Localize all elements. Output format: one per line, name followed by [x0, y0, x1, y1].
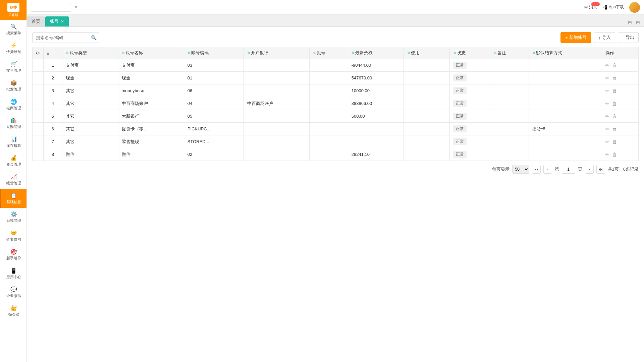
cell-remark: [490, 84, 529, 97]
edit-button[interactable]: ✏: [605, 88, 609, 94]
cell-name: 零售抵现: [118, 135, 184, 148]
cell-action: ✏ 🗑: [602, 84, 638, 97]
tab-account-close[interactable]: ✕: [61, 19, 64, 24]
page-number-input[interactable]: [562, 165, 575, 174]
top-search-input[interactable]: [31, 3, 71, 12]
pagination: 每页显示 50 20 100 ⏮ ‹ 第 页 › ⏭ 共1页，8条记录: [32, 161, 639, 174]
edit-button[interactable]: ✏: [605, 126, 609, 132]
per-page-select[interactable]: 50 20 100: [512, 165, 529, 174]
corp-agreement-icon: 🤝: [10, 230, 17, 236]
delete-button[interactable]: 🗑: [612, 139, 617, 144]
delete-button[interactable]: 🗑: [612, 63, 617, 68]
cell-account: [309, 84, 348, 97]
tab-bar: 首页 账号 ✕ ⊟ ⊞: [27, 15, 644, 27]
delete-button[interactable]: 🗑: [612, 88, 617, 94]
sidebar-item-wholesale[interactable]: 📦 批发管理: [0, 76, 26, 95]
import-button[interactable]: ↑ 导入: [594, 32, 615, 43]
sidebar-item-sys[interactable]: ⚙️ 系统管理: [0, 208, 26, 227]
edit-button[interactable]: ✏: [605, 101, 609, 106]
export-icon: ↓: [622, 35, 625, 40]
prev-page-button[interactable]: ‹: [543, 165, 552, 174]
tab-minimize-button[interactable]: ⊟: [627, 18, 633, 26]
add-account-button[interactable]: + 新增账号: [560, 32, 591, 43]
sidebar-item-corp-agreement[interactable]: 🤝 企业协同: [0, 227, 26, 245]
action-buttons: ✏ 🗑: [605, 101, 635, 106]
col-status[interactable]: ⇅状态: [449, 47, 490, 59]
ecommerce-icon: 🌐: [10, 99, 17, 105]
status-badge: 正常: [453, 100, 467, 107]
cell-remark: [490, 123, 529, 135]
sidebar-item-basic-info[interactable]: 📋 基础信息: [0, 189, 26, 208]
col-account[interactable]: ⇅账号: [309, 47, 348, 59]
account-search-input[interactable]: [32, 32, 99, 43]
sidebar-item-search-menu[interactable]: 🔍 搜索菜单: [0, 20, 26, 39]
delete-button[interactable]: 🗑: [612, 114, 617, 119]
sidebar-item-corp-wechat[interactable]: 💬 企业微信: [0, 283, 26, 302]
cell-remark: [490, 72, 529, 84]
col-bank[interactable]: ⇅开户银行: [244, 47, 309, 59]
dropdown-arrow-icon[interactable]: ▼: [74, 5, 78, 10]
sidebar-item-vip[interactable]: 👑 畅会员: [0, 302, 26, 320]
cell-num: 3: [44, 84, 62, 97]
delete-button[interactable]: 🗑: [612, 75, 617, 81]
sidebar-item-shortcuts[interactable]: ⚡ 快捷导航: [0, 39, 26, 58]
cell-bank: [244, 135, 309, 148]
edit-button[interactable]: ✏: [605, 63, 609, 68]
app-download-button[interactable]: 📲 App下载: [602, 4, 624, 10]
col-code[interactable]: ⇅账号编码: [184, 47, 244, 59]
col-balance[interactable]: ⇅最新余额: [348, 47, 404, 59]
wholesale-icon: 📦: [10, 80, 17, 86]
sidebar-item-label: 企业协同: [6, 237, 21, 242]
edit-button[interactable]: ✏: [605, 139, 609, 144]
cell-action: ✏ 🗑: [602, 148, 638, 161]
sidebar-item-app-center[interactable]: 📱 应用中心: [0, 264, 26, 283]
delete-button[interactable]: 🗑: [612, 152, 617, 157]
col-default-pay[interactable]: ⇅默认结算方式: [529, 47, 602, 59]
sidebar-item-label: 采购管理: [6, 124, 21, 129]
cell-code: 03: [184, 59, 244, 72]
vip-icon: 👑: [10, 305, 17, 311]
status-badge: 正常: [453, 151, 467, 158]
sidebar-item-ecommerce[interactable]: 🌐 电商管理: [0, 95, 26, 114]
sidebar-item-finance[interactable]: 💰 资金管理: [0, 152, 26, 170]
purchase-icon: 🛍️: [10, 117, 17, 124]
cell-action: ✏ 🗑: [602, 72, 638, 84]
message-button[interactable]: ✉ 消息 99+: [584, 4, 597, 10]
col-action: 操作: [602, 47, 638, 59]
next-page-button[interactable]: ›: [585, 165, 594, 174]
cell-name: 支付宝: [118, 59, 184, 72]
sidebar-item-label: 快捷导航: [6, 49, 21, 54]
tab-maximize-button[interactable]: ⊞: [635, 18, 641, 26]
search-icon[interactable]: 🔍: [91, 35, 97, 40]
sidebar-item-ops[interactable]: 📈 经营管理: [0, 170, 26, 189]
user-avatar[interactable]: [629, 2, 640, 13]
sidebar-item-guide[interactable]: 🎯 新手引导: [0, 245, 26, 264]
col-remark[interactable]: ⇅备注: [490, 47, 529, 59]
tab-home[interactable]: 首页: [27, 16, 45, 26]
cell-default-pay: [529, 84, 602, 97]
col-usage[interactable]: ⇅使用...: [404, 47, 450, 59]
export-button[interactable]: ↓ 导出: [618, 32, 639, 43]
delete-button[interactable]: 🗑: [612, 101, 617, 106]
status-badge: 正常: [453, 125, 467, 132]
cell-settings: [33, 84, 44, 97]
cell-default-pay: 提货卡: [529, 123, 602, 135]
sidebar-item-retail[interactable]: 🛒 零售管理: [0, 58, 26, 76]
action-buttons: ✏ 🗑: [605, 63, 635, 68]
edit-button[interactable]: ✏: [605, 75, 609, 81]
last-page-button[interactable]: ⏭: [596, 165, 605, 174]
edit-button[interactable]: ✏: [605, 114, 609, 119]
finance-icon: 💰: [10, 155, 17, 161]
first-page-button[interactable]: ⏮: [532, 165, 541, 174]
col-type[interactable]: ⇅账号类型: [62, 47, 118, 59]
col-name[interactable]: ⇅账号名称: [118, 47, 184, 59]
tab-account[interactable]: 账号 ✕: [45, 16, 69, 26]
delete-button[interactable]: 🗑: [612, 126, 617, 132]
sidebar-item-purchase[interactable]: 🛍️ 采购管理: [0, 114, 26, 133]
sidebar-item-inventory[interactable]: 📊 库存核算: [0, 133, 26, 152]
sidebar-item-label: 搜索菜单: [6, 31, 21, 36]
cell-default-pay: [529, 72, 602, 84]
col-settings[interactable]: ⚙: [33, 47, 44, 59]
edit-button[interactable]: ✏: [605, 152, 609, 157]
cell-usage: [404, 97, 450, 110]
